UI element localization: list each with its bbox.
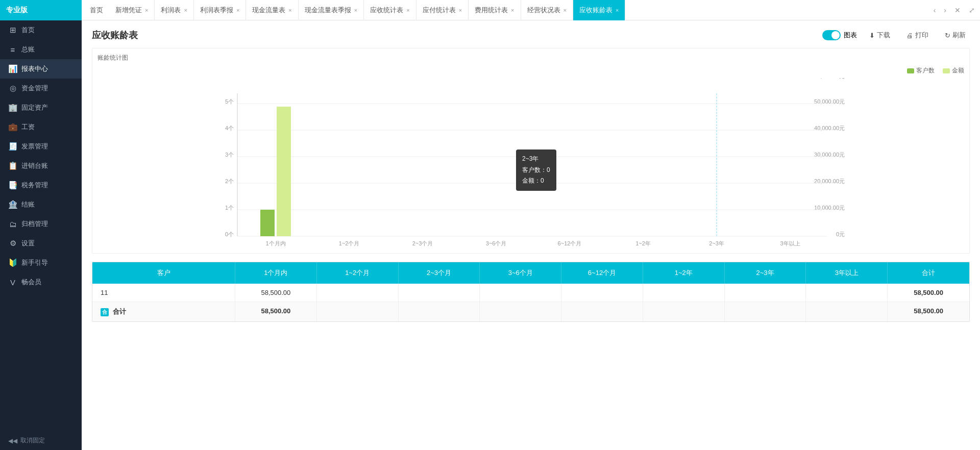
legend-color-amount: [943, 68, 950, 73]
th-m1: 1个月内: [235, 262, 317, 284]
sidebar-item-assets[interactable]: 🏢 固定资产: [0, 98, 82, 117]
th-customer: 客户: [92, 262, 235, 284]
tab-bar-controls: ‹ › ✕ ⤢: [930, 0, 978, 20]
chart-svg: 0个 1个 2个 3个 4个 5个 0元 10,000.00元 20,000.0…: [97, 78, 964, 252]
header-actions: 图表 ⬇ 下载 🖨 打印 ↻ 刷新: [822, 29, 970, 42]
tab-fee-stat[interactable]: 费用统计表 ×: [469, 0, 521, 20]
svg-text:4个: 4个: [225, 125, 234, 131]
svg-text:1~2个月: 1~2个月: [339, 240, 360, 246]
tab-ap-stat-close[interactable]: ×: [459, 7, 462, 13]
print-btn[interactable]: 🖨 打印: [902, 29, 933, 42]
tab-expand-btn[interactable]: ⤢: [966, 0, 978, 20]
sidebar-item-guide[interactable]: 🔰 新手引导: [0, 253, 82, 272]
chart-container: 账龄统计图 客户数 金额 0个 1个 2个 3个: [92, 48, 970, 254]
tab-ar-aging-label: 应收账龄表: [579, 6, 612, 15]
th-y3p: 3年以上: [806, 262, 888, 284]
content-area: 应收账龄表 图表 ⬇ 下载 🖨 打印 ↻ 刷新: [82, 20, 980, 450]
sidebar-item-funds[interactable]: ◎ 资金管理: [0, 79, 82, 98]
tab-ar-stat-close[interactable]: ×: [406, 7, 409, 13]
td-subtotal-m1: 58,500.00: [235, 302, 317, 321]
td-subtotal-m6: [480, 302, 561, 321]
sidebar-item-reports[interactable]: 📊 报表中心: [0, 59, 82, 79]
tab-profit-q-close[interactable]: ×: [236, 7, 239, 13]
tab-cashflow-close[interactable]: ×: [288, 7, 291, 13]
tab-biz-stat-close[interactable]: ×: [564, 7, 567, 13]
svg-text:2~3年: 2~3年: [709, 240, 724, 246]
svg-text:1个月内: 1个月内: [265, 240, 285, 246]
sidebar-item-settle[interactable]: 🏦 结账: [0, 195, 82, 214]
archive-icon: 🗂: [8, 220, 17, 229]
sidebar-item-payroll[interactable]: 💼 工资: [0, 117, 82, 137]
sidebar-item-inout[interactable]: 📋 进销台账: [0, 156, 82, 176]
legend-amount: 金额: [943, 66, 964, 75]
tab-profit-q-label: 利润表季报: [200, 6, 233, 15]
legend-label-amount: 金额: [952, 66, 964, 75]
th-y2: 2~3年: [725, 262, 806, 284]
tab-biz-stat[interactable]: 经营状况表 ×: [521, 0, 573, 20]
td-subtotal-y2: [725, 302, 806, 321]
tab-ap-stat-label: 应付统计表: [423, 6, 456, 15]
td-m2: [317, 284, 399, 302]
chart-toggle[interactable]: 图表: [822, 30, 857, 40]
sidebar-label-vip: 畅会员: [21, 278, 41, 287]
td-subtotal-m2: [317, 302, 399, 321]
sidebar-item-invoice[interactable]: 🧾 发票管理: [0, 137, 82, 156]
svg-text:3个: 3个: [225, 152, 234, 158]
tab-ar-stat[interactable]: 应收统计表 ×: [364, 0, 416, 20]
sidebar-pin-toggle[interactable]: ◀◀ 取消固定: [0, 431, 82, 450]
chart-svg-wrapper: 0个 1个 2个 3个 4个 5个 0元 10,000.00元 20,000.0…: [97, 78, 964, 253]
sidebar-label-invoice: 发票管理: [21, 142, 48, 151]
sidebar-label-home: 首页: [21, 26, 35, 35]
td-customer: 11: [92, 284, 235, 302]
tab-next-btn[interactable]: ›: [941, 0, 949, 20]
tab-profit-q[interactable]: 利润表季报 ×: [194, 0, 246, 20]
sidebar: 专业版 ⊞ 首页 ≡ 总账 📊 报表中心 ◎ 资金管理 🏢 固定资产 💼 工资 …: [0, 0, 82, 450]
tab-profit[interactable]: 利润表 ×: [155, 0, 193, 20]
sidebar-label-payroll: 工资: [21, 122, 35, 132]
sidebar-item-home[interactable]: ⊞ 首页: [0, 20, 82, 40]
tab-voucher[interactable]: 新增凭证 ×: [109, 0, 155, 20]
sidebar-item-ledger[interactable]: ≡ 总账: [0, 40, 82, 59]
tab-cashflow[interactable]: 现金流量表 ×: [246, 0, 298, 20]
sidebar-item-archive[interactable]: 🗂 归档管理: [0, 214, 82, 234]
refresh-btn[interactable]: ↻ 刷新: [941, 29, 970, 42]
guide-icon: 🔰: [8, 258, 17, 267]
tab-profit-close[interactable]: ×: [184, 7, 187, 13]
th-m12: 6~12个月: [561, 262, 643, 284]
svg-text:0个: 0个: [225, 231, 234, 237]
sidebar-label-archive: 归档管理: [21, 219, 48, 229]
tab-fee-stat-close[interactable]: ×: [511, 7, 514, 13]
tab-cashflow-q[interactable]: 现金流量表季报 ×: [299, 0, 364, 20]
funds-icon: ◎: [8, 84, 17, 93]
th-y1: 1~2年: [643, 262, 725, 284]
svg-text:0元: 0元: [836, 231, 845, 237]
tab-cashflow-q-close[interactable]: ×: [354, 7, 357, 13]
sidebar-label-assets: 固定资产: [21, 103, 48, 112]
tab-ar-aging[interactable]: 应收账龄表 ×: [573, 0, 625, 20]
td-m3: [399, 284, 480, 302]
table-header: 客户 1个月内 1~2个月 2~3个月 3~6个月 6~12个月 1~2年 2~…: [92, 262, 969, 284]
chart-legend: 客户数 金额: [97, 66, 964, 75]
td-subtotal-m12: [561, 302, 643, 321]
ledger-icon: ≡: [8, 45, 17, 54]
subtotal-icon: 合: [101, 308, 109, 316]
tab-ap-stat[interactable]: 应付统计表 ×: [416, 0, 469, 20]
tab-home[interactable]: 首页: [84, 0, 109, 20]
svg-text:3~6个月: 3~6个月: [486, 240, 507, 246]
tab-ar-aging-close[interactable]: ×: [616, 7, 619, 13]
tab-voucher-label: 新增凭证: [115, 6, 142, 15]
td-total: 58,500.00: [888, 284, 969, 302]
download-btn[interactable]: ⬇ 下载: [865, 29, 894, 42]
th-m6: 3~6个月: [480, 262, 561, 284]
tab-close-all-btn[interactable]: ✕: [951, 0, 964, 20]
sidebar-item-vip[interactable]: V 畅会员: [0, 272, 82, 292]
sidebar-item-tax[interactable]: 📑 税务管理: [0, 176, 82, 195]
toggle-track[interactable]: [822, 30, 841, 40]
sidebar-item-settings[interactable]: ⚙ 设置: [0, 234, 82, 253]
sidebar-label-funds: 资金管理: [21, 84, 48, 93]
tab-prev-btn[interactable]: ‹: [930, 0, 939, 20]
tab-voucher-close[interactable]: ×: [145, 7, 148, 13]
vip-icon: V: [8, 278, 17, 287]
download-icon: ⬇: [869, 32, 875, 39]
td-subtotal-y1: [643, 302, 725, 321]
